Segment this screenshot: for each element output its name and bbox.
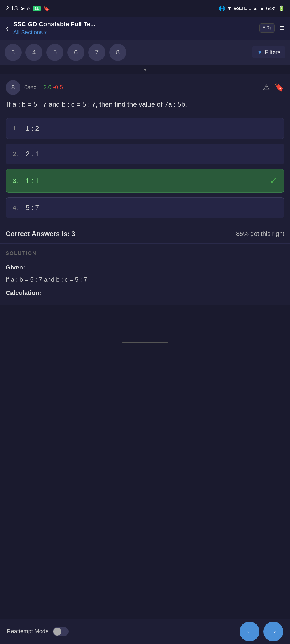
solution-section: SOLUTION Given: If a : b = 5 : 7 and b :… xyxy=(0,243,290,305)
signal-icon1: ▲ xyxy=(253,6,258,12)
filters-button[interactable]: ▼ Filters xyxy=(252,46,285,58)
option-2-number: 2. xyxy=(13,150,21,158)
header-right: E 3↑ ≡ xyxy=(259,23,284,33)
option-3[interactable]: 3. 1 : 1 ✓ xyxy=(6,169,284,193)
option-4-number: 4. xyxy=(13,204,21,211)
home-icon: ⌂ xyxy=(27,5,31,12)
option-1-number: 1. xyxy=(13,125,21,132)
wifi-icon: ▼ xyxy=(227,6,232,12)
positive-marks: +2.0 xyxy=(40,84,51,90)
question-time: 0sec xyxy=(24,84,36,91)
status-time: 2:13 ➤ ⌂ 1L 🔖 xyxy=(6,5,50,12)
back-button[interactable]: ‹ xyxy=(6,23,9,33)
lte-label: VoLTE 1 xyxy=(234,6,251,11)
question-section: 8 0sec +2.0 -0.5 ⚠ 🔖 If a : b = 5 : 7 an… xyxy=(0,74,290,224)
tab-label-4: 4 xyxy=(32,49,36,56)
home-indicator-bar xyxy=(122,342,168,343)
question-number-badge: 8 xyxy=(6,80,20,95)
report-icon[interactable]: ⚠ xyxy=(263,83,270,92)
option-2[interactable]: 2. 2 : 1 xyxy=(6,144,284,164)
percentage-label: 85% got this right xyxy=(236,230,284,238)
tab-label-8: 8 xyxy=(116,49,120,56)
globe-icon: 🌐 xyxy=(219,5,225,12)
question-header: 8 0sec +2.0 -0.5 ⚠ 🔖 xyxy=(6,80,284,95)
option-2-text: 2 : 1 xyxy=(26,150,277,158)
reattempt-area: Reattempt Mode xyxy=(7,627,69,636)
tab-q3[interactable]: 3 xyxy=(5,44,22,61)
tab-q5[interactable]: 5 xyxy=(46,44,63,61)
question-tabs-bar: 3 4 5 6 7 8 ▼ Filters xyxy=(0,40,290,65)
tab-label-3: 3 xyxy=(11,49,15,56)
bottom-bar: Reattempt Mode ← → xyxy=(0,619,290,644)
time-label: 2:13 xyxy=(6,5,18,12)
option-4-text: 5 : 7 xyxy=(26,204,277,212)
prev-button[interactable]: ← xyxy=(240,622,259,641)
filters-label: Filters xyxy=(265,49,280,55)
app-icon-green: 1L xyxy=(33,6,41,11)
option-1[interactable]: 1. 1 : 2 xyxy=(6,118,284,139)
tabs-dropdown-arrow: ▾ xyxy=(0,65,290,74)
status-bar: 2:13 ➤ ⌂ 1L 🔖 🌐 ▼ VoLTE 1 ▲ ▲ 64% 🔋 xyxy=(0,0,290,17)
question-action-icons: ⚠ 🔖 xyxy=(263,83,284,92)
exam-icon-label: E 3↑ xyxy=(263,25,272,31)
header-left: ‹ SSC GD Constable Full Te... All Sectio… xyxy=(6,20,95,36)
navigation-icon: ➤ xyxy=(20,5,25,12)
correct-answer-label: Correct Answers Is: 3 xyxy=(6,230,75,238)
header-title-area: SSC GD Constable Full Te... All Sections… xyxy=(13,20,96,36)
section-selector[interactable]: All Sections ▾ xyxy=(13,29,96,36)
solution-content: Given: If a : b = 5 : 7 and b : c = 5 : … xyxy=(6,262,284,298)
toggle-knob xyxy=(53,628,61,636)
tab-label-7: 7 xyxy=(95,49,99,56)
reattempt-label: Reattempt Mode xyxy=(7,628,49,635)
battery-label: 64% xyxy=(266,6,276,12)
home-indicator xyxy=(0,339,290,348)
tab-label-5: 5 xyxy=(53,49,57,56)
signal-icon2: ▲ xyxy=(259,6,265,12)
bookmark-question-icon[interactable]: 🔖 xyxy=(274,83,284,92)
tab-q7[interactable]: 7 xyxy=(88,44,105,61)
prev-arrow-icon: ← xyxy=(246,627,253,636)
correct-check-icon: ✓ xyxy=(270,176,277,186)
navigation-buttons: ← → xyxy=(240,622,283,641)
next-button[interactable]: → xyxy=(263,622,283,641)
reattempt-toggle[interactable] xyxy=(53,627,69,636)
option-3-text: 1 : 1 xyxy=(26,177,265,185)
given-text: If a : b = 5 : 7 and b : c = 5 : 7, xyxy=(6,274,284,285)
status-indicators: 🌐 ▼ VoLTE 1 ▲ ▲ 64% 🔋 xyxy=(219,5,284,12)
option-3-number: 3. xyxy=(13,177,21,185)
option-1-text: 1 : 2 xyxy=(26,125,277,132)
section-label: All Sections xyxy=(13,29,43,36)
menu-button[interactable]: ≡ xyxy=(280,23,284,33)
question-text: If a : b = 5 : 7 and b : c = 5 : 7, then… xyxy=(6,99,284,110)
tab-q6[interactable]: 6 xyxy=(67,44,84,61)
bookmark-icon: 🔖 xyxy=(43,5,50,12)
question-marks: +2.0 -0.5 xyxy=(40,84,63,91)
correct-answer-row: Correct Answers Is: 3 85% got this right xyxy=(0,224,290,243)
given-label: Given: xyxy=(6,264,25,271)
next-arrow-icon: → xyxy=(269,627,277,636)
battery-icon: 🔋 xyxy=(278,5,284,12)
tab-q4[interactable]: 4 xyxy=(25,44,42,61)
negative-marks: -0.5 xyxy=(53,84,63,90)
calculation-label: Calculation: xyxy=(6,289,41,296)
solution-section-label: SOLUTION xyxy=(6,251,284,256)
page-title: SSC GD Constable Full Te... xyxy=(13,20,96,29)
option-4[interactable]: 4. 5 : 7 xyxy=(6,197,284,218)
chevron-down-icon: ▾ xyxy=(44,30,47,35)
options-list: 1. 1 : 2 2. 2 : 1 3. 1 : 1 ✓ 4. 5 : 7 xyxy=(6,118,284,224)
exam-mode-button[interactable]: E 3↑ xyxy=(259,23,275,33)
app-header: ‹ SSC GD Constable Full Te... All Sectio… xyxy=(0,17,290,40)
tab-label-6: 6 xyxy=(74,49,78,56)
filter-icon: ▼ xyxy=(257,49,263,55)
tab-q8[interactable]: 8 xyxy=(109,44,126,61)
